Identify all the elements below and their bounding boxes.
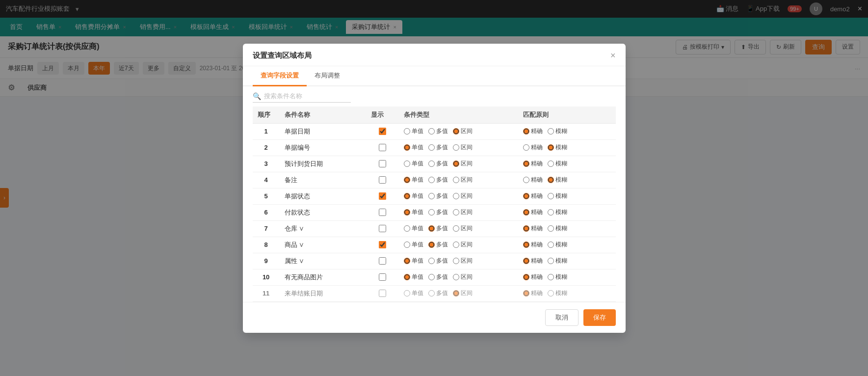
search-input[interactable] [264, 92, 342, 97]
search-icon: 🔍 [253, 92, 261, 97]
modal-overlay: 设置查询区域布局 × 查询字段设置 布局调整 🔍 顺序 [0, 0, 868, 97]
modal-dialog: 设置查询区域布局 × 查询字段设置 布局调整 🔍 顺序 [243, 44, 626, 97]
modal-title: 设置查询区域布局 [253, 51, 312, 60]
modal-tab-query[interactable]: 查询字段设置 [253, 66, 307, 86]
modal-close-btn[interactable]: × [610, 51, 616, 61]
search-wrap: 🔍 [253, 92, 351, 97]
modal-tab-layout[interactable]: 布局调整 [307, 66, 348, 86]
modal-tabs: 查询字段设置 布局调整 [243, 66, 626, 86]
modal-header: 设置查询区域布局 × [243, 44, 626, 66]
modal-search-area: 🔍 [243, 86, 626, 97]
